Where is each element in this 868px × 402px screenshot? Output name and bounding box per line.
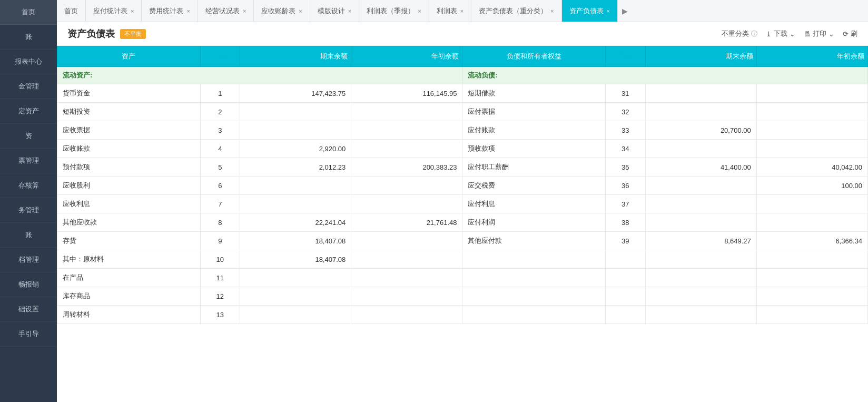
print-btn[interactable]: 🖶 打印 ⌄ [804,29,834,38]
table-row: 预付款项 5 2,012.23 200,383.23 应付职工薪酬 35 41,… [57,158,868,177]
liability-year-start-balance: 100.00 [756,177,867,195]
tab-profit-quarterly[interactable]: 利润表（季报） × [359,0,429,22]
tab-close-profit-quarterly[interactable]: × [418,8,421,14]
print-chevron-icon: ⌄ [828,30,834,38]
liability-year-start-balance [756,287,867,306]
liability-name: 应付账款 [462,121,606,140]
tab-scroll-right-icon[interactable]: ▶ [618,7,632,15]
sidebar-item-settings[interactable]: 础设置 [0,297,57,322]
tab-expense-stats[interactable]: 费用统计表 × [142,0,198,22]
year-start-balance [351,306,462,324]
asset-name: 存货 [57,232,201,250]
table-row: 短期投资 2 应付票据 32 [57,103,868,121]
year-start-balance [351,121,462,140]
asset-name: 短期投资 [57,103,201,121]
table-row: 其中：原材料 10 18,407.08 [57,250,868,269]
asset-name: 其中：原材料 [57,250,201,269]
year-start-balance: 200,383.23 [351,158,462,177]
not-reclassify-btn[interactable]: 不重分类 ⓘ [722,29,757,38]
liability-year-start-balance: 6,366.34 [756,232,867,250]
liability-row-num [606,269,645,287]
year-start-balance: 21,761.48 [351,213,462,232]
tab-receivable-aging[interactable]: 应收账龄表 × [254,0,310,22]
liability-end-balance [645,84,756,103]
row-num: 10 [200,250,240,269]
sidebar-item-home[interactable]: 首页 [0,0,57,25]
sidebar-item-report-center[interactable]: 报表中心 [0,50,57,74]
tab-close-balance-reclassified[interactable]: × [550,8,554,14]
tab-close-payable-stats[interactable]: × [131,8,134,14]
col-header-row-num2: 行次 [606,46,645,67]
tab-balance-sheet[interactable]: 资产负债表 × [562,0,618,22]
liability-year-start-balance [756,121,867,140]
not-reclassify-label: 不重分类 [722,29,749,38]
sidebar-item-ticket-mgmt[interactable]: 票管理 [0,149,57,173]
balance-sheet-table: 资产 行次 期末余额 年初余额 负债和所有者权益 行次 期末余额 年初余额 流动… [57,46,868,324]
sidebar-item-fund-mgmt[interactable]: 金管理 [0,74,57,99]
liability-end-balance [645,195,756,213]
sidebar-item-investment[interactable]: 资 [0,124,57,149]
table-row: 存货 9 18,407.08 其他应付款 39 8,649.27 6,366.3… [57,232,868,250]
tab-close-profit[interactable]: × [460,8,463,14]
asset-name: 货币资金 [57,84,201,103]
liability-end-balance [645,269,756,287]
tab-close-expense-stats[interactable]: × [186,8,190,14]
tab-balance-reclassified[interactable]: 资产负债表（重分类） × [471,0,561,22]
liability-end-balance: 8,649.27 [645,232,756,250]
sidebar-item-fixed-assets[interactable]: 定资产 [0,99,57,124]
liability-row-num: 34 [606,140,645,158]
year-start-balance [351,177,462,195]
asset-name: 在产品 [57,269,201,287]
table-row: 应收利息 7 应付利息 37 [57,195,868,213]
sidebar-item-account[interactable]: 账 [0,25,57,50]
liability-year-start-balance [756,213,867,232]
liability-row-num [606,306,645,324]
row-num: 9 [200,232,240,250]
liability-row-num: 36 [606,177,645,195]
sidebar-item-guide[interactable]: 手引导 [0,322,57,347]
liability-year-start-balance: 40,042.00 [756,158,867,177]
end-balance [240,121,351,140]
page-title: 资产负债表 [67,27,115,40]
header-actions: 不重分类 ⓘ ⤓ 下载 ⌄ 🖶 打印 ⌄ ⟳ 刷 [722,29,857,38]
tab-close-balance-sheet[interactable]: × [607,8,610,14]
tab-close-template-design[interactable]: × [348,8,351,14]
liability-end-balance [645,177,756,195]
asset-name: 应收票据 [57,121,201,140]
sidebar-item-archive[interactable]: 档管理 [0,248,57,272]
liability-row-num: 35 [606,158,645,177]
row-num: 3 [200,121,240,140]
tab-profit[interactable]: 利润表 × [429,0,471,22]
sidebar-item-tax-mgmt[interactable]: 务管理 [0,198,57,223]
liability-end-balance [645,250,756,269]
table-row: 应收票据 3 应付账款 33 20,700.00 [57,121,868,140]
liability-end-balance [645,287,756,306]
sidebar-item-expense[interactable]: 畅报销 [0,272,57,297]
liability-name [462,306,606,324]
tab-business-status[interactable]: 经营状况表 × [198,0,254,22]
tab-close-business-status[interactable]: × [243,8,246,14]
end-balance: 22,241.04 [240,213,351,232]
year-start-balance [351,269,462,287]
liability-year-start-balance [756,103,867,121]
sidebar-item-ledger[interactable]: 账 [0,223,57,248]
refresh-btn[interactable]: ⟳ 刷 [843,29,857,38]
tab-home[interactable]: 首页 [57,0,86,22]
section-row: 流动资产: 流动负债: [57,67,868,84]
tab-template-design[interactable]: 模版设计 × [310,0,359,22]
help-icon: ⓘ [751,30,757,38]
download-btn[interactable]: ⤓ 下载 ⌄ [766,29,795,38]
tab-payable-stats[interactable]: 应付统计表 × [86,0,142,22]
liability-row-num: 33 [606,121,645,140]
section-asset-label: 流动资产: [57,67,462,84]
end-balance [240,287,351,306]
asset-name: 库存商品 [57,287,201,306]
sidebar-item-inventory[interactable]: 存核算 [0,173,57,198]
end-balance: 18,407.08 [240,232,351,250]
liability-row-num: 38 [606,213,645,232]
col-header-year-start2: 年初余额 [756,46,867,67]
table-area: 资产 行次 期末余额 年初余额 负债和所有者权益 行次 期末余额 年初余额 流动… [57,46,868,402]
year-start-balance [351,195,462,213]
end-balance: 147,423.75 [240,84,351,103]
tab-close-receivable-aging[interactable]: × [299,8,302,14]
